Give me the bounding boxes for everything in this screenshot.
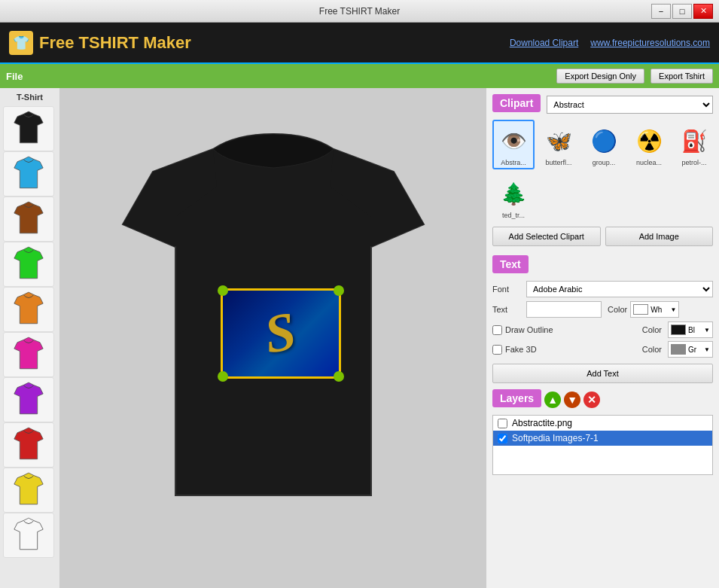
layers-header-row: Layers ▲ ▼ ✕	[492, 389, 713, 410]
tshirt-color-item-1[interactable]	[3, 151, 54, 197]
app-header: 👕 Free TSHIRT Maker Download Clipart www…	[0, 23, 719, 64]
clipart-item-0[interactable]: 👁️Abstra...	[492, 120, 535, 169]
logo-maker: Maker	[139, 33, 191, 52]
canvas-area: SOFTPEDIA S	[60, 88, 486, 588]
clipart-item-1[interactable]: 🦋butterfl...	[538, 120, 580, 169]
clipart-img-1: 🦋	[541, 123, 577, 159]
color-value-3: Gr	[688, 346, 696, 354]
clipart-label-4: petrol-...	[676, 159, 712, 166]
clipart-item-2[interactable]: 🔵group...	[583, 120, 625, 169]
text-color-dropdown-1[interactable]: Wh ▼	[630, 301, 679, 318]
layer-down-button[interactable]: ▼	[564, 391, 580, 408]
clipart-item-3[interactable]: ☢️nuclea...	[628, 120, 670, 169]
clipart-grid: 👁️Abstra...🦋butterfl...🔵group...☢️nuclea…	[492, 120, 713, 222]
close-button[interactable]: ✕	[693, 4, 713, 19]
design-image: S	[223, 291, 339, 376]
text-color-dropdown-2[interactable]: Bl ▼	[668, 321, 713, 338]
logo-icon: 👕	[9, 31, 33, 55]
clipart-img-0: 👁️	[495, 123, 532, 159]
clipart-img-2: 🔵	[586, 123, 622, 159]
tshirt-display: S	[78, 126, 469, 550]
minimize-button[interactable]: −	[651, 4, 671, 19]
tshirt-color-item-7[interactable]	[3, 422, 54, 468]
layers-section: Layers ▲ ▼ ✕ Abstractite.pngSoftpedia Im…	[492, 389, 713, 582]
export-design-button[interactable]: Export Design Only	[556, 69, 644, 84]
color-swatch-3	[671, 344, 686, 355]
titlebar: Free TSHIRT Maker − □ ✕	[0, 0, 719, 23]
logo-text: Free TSHIRT Maker	[39, 33, 191, 53]
text-section-header: Text	[492, 255, 529, 273]
layer-up-button[interactable]: ▲	[544, 391, 561, 408]
file-menu[interactable]: File	[6, 71, 23, 82]
text-input[interactable]	[526, 301, 602, 318]
clipart-item-5[interactable]: 🌲ted_tr...	[492, 172, 535, 222]
layer-item-1[interactable]: Softpedia Images-7-1	[493, 431, 712, 446]
handle-bl[interactable]	[218, 371, 228, 382]
tshirt-color-item-5[interactable]	[3, 332, 54, 377]
tshirt-color-item-6[interactable]	[3, 377, 54, 422]
clipart-header-row: Clipart AbstractAnimalsBusinessChristmas…	[492, 94, 713, 115]
logo-tshirt: TSHIRT	[79, 33, 139, 52]
layer-name-1: Softpedia Images-7-1	[512, 433, 599, 443]
design-box[interactable]: S	[221, 288, 341, 379]
color-label-1: Color	[608, 305, 627, 314]
clipart-img-3: ☢️	[631, 123, 667, 159]
color-value-2: Bl	[688, 326, 695, 334]
tshirt-color-item-8[interactable]	[3, 468, 54, 513]
clipart-label-1: butterfl...	[541, 159, 577, 166]
add-text-button[interactable]: Add Text	[492, 364, 713, 383]
header-links: Download Clipart www.freepicturesolution…	[510, 38, 710, 48]
tshirt-color-item-9[interactable]	[3, 513, 54, 558]
maximize-button[interactable]: □	[672, 4, 692, 19]
fake3d-label: Fake 3D	[505, 345, 639, 354]
draw-outline-checkbox[interactable]	[492, 325, 502, 335]
clipart-label-3: nuclea...	[631, 159, 667, 166]
text-label: Text	[492, 305, 526, 314]
app-logo: 👕 Free TSHIRT Maker	[9, 31, 191, 55]
logo-free: Free	[39, 33, 79, 52]
clipart-section-header: Clipart	[492, 94, 541, 112]
tshirt-color-panel: T-Shirt	[0, 88, 60, 588]
layer-item-0[interactable]: Abstractite.png	[493, 416, 712, 431]
tshirt-color-item-2[interactable]	[3, 197, 54, 242]
font-dropdown[interactable]: Adobe Arabic Arial Times New Roman Verda…	[526, 281, 713, 297]
tshirt-color-list	[3, 106, 56, 558]
color-swatch-2	[671, 324, 686, 335]
clipart-img-4: ⛽	[676, 123, 712, 159]
window-controls[interactable]: − □ ✕	[651, 4, 713, 19]
add-image-button[interactable]: Add Image	[605, 227, 714, 246]
right-panel: Clipart AbstractAnimalsBusinessChristmas…	[486, 88, 719, 588]
clipart-label-2: group...	[586, 159, 622, 166]
text-color-dropdown-3[interactable]: Gr ▼	[668, 341, 713, 358]
clipart-category-dropdown[interactable]: AbstractAnimalsBusinessChristmasFantasyF…	[547, 96, 713, 114]
clipart-label-0: Abstra...	[495, 159, 532, 166]
layers-list: Abstractite.pngSoftpedia Images-7-1	[492, 415, 713, 475]
color-label-2: Color	[642, 325, 662, 334]
layer-checkbox-1[interactable]	[498, 434, 507, 443]
fake3d-checkbox[interactable]	[492, 345, 502, 355]
handle-br[interactable]	[334, 371, 344, 382]
add-selected-clipart-button[interactable]: Add Selected Clipart	[492, 227, 601, 246]
website-link[interactable]: www.freepicturesolutions.com	[590, 38, 710, 48]
layer-delete-button[interactable]: ✕	[583, 391, 600, 408]
tshirt-color-item-0[interactable]	[3, 106, 54, 151]
clipart-item-4[interactable]: ⛽petrol-...	[673, 120, 715, 169]
color-value-1: Wh	[650, 306, 662, 314]
handle-tr[interactable]	[334, 285, 344, 296]
design-letter: S	[260, 300, 301, 367]
layer-name-0: Abstractite.png	[512, 418, 572, 428]
tshirt-color-item-3[interactable]	[3, 242, 54, 287]
toolbar: File Export Design Only Export Tshirt	[0, 64, 719, 88]
color-label-3: Color	[642, 345, 662, 354]
draw-outline-label: Draw Outline	[505, 325, 639, 334]
clipart-buttons: Add Selected Clipart Add Image	[492, 227, 713, 246]
download-clipart-link[interactable]: Download Clipart	[510, 38, 578, 48]
layers-section-header: Layers	[492, 389, 541, 407]
tshirt-panel-label: T-Shirt	[3, 93, 56, 102]
layer-checkbox-0[interactable]	[498, 419, 507, 428]
tshirt-color-item-4[interactable]	[3, 287, 54, 332]
main-content: T-Shirt SOFTPEDIA	[0, 88, 719, 588]
export-tshirt-button[interactable]: Export Tshirt	[650, 69, 713, 84]
clipart-img-5: 🌲	[495, 175, 532, 212]
handle-tl[interactable]	[218, 285, 228, 296]
